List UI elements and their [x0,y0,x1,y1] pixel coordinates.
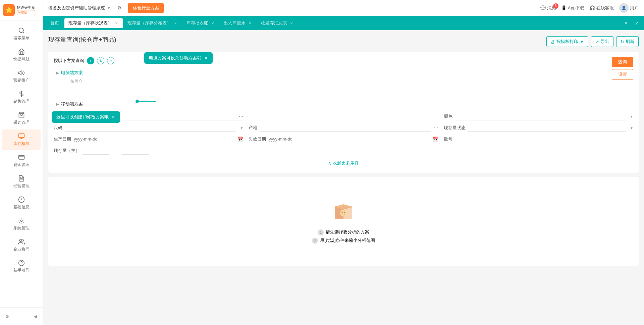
main-content: 装备及固定资产辅助管理系统 ▼ ⚙ 体验行业方案 💬 消息 6 📱 App下载 … [43,0,644,325]
expiry-date-input[interactable] [269,135,432,143]
nav-icon [18,48,25,55]
filter-row-origin: 产地 ··· [249,124,438,132]
sidebar-bottom: ⚙ ◀ [0,307,43,325]
system-chevron-icon: ▼ [107,6,111,10]
tooltip-desktop-close[interactable]: ✕ [204,55,208,61]
industry-solution-button[interactable]: 体验行业方案 [128,3,164,13]
size-input[interactable] [65,124,236,132]
color-input[interactable] [455,112,626,120]
tab-home[interactable]: 首页 [46,18,64,28]
svg-point-15 [19,239,22,242]
scheme-tree-desktop-sub[interactable]: 按照仓 [54,77,633,86]
tab-close-icon[interactable]: ✕ [210,21,215,25]
step-2-num: 2 [312,238,318,244]
topbar-system: 装备及固定资产辅助管理系统 ▼ [48,5,111,11]
tab-stock-status[interactable]: 现存量（库存状况表） ✕ [64,18,123,28]
goods-more-icon[interactable]: ··· [239,113,243,119]
message-icon: 💬 [540,5,546,10]
export-button[interactable]: ↗ 导出 [591,36,613,47]
refresh-button[interactable]: ↻ 刷新 [616,36,639,47]
sidebar-item-inventory[interactable]: 库存核算 [2,129,41,150]
tab-receive-summary[interactable]: 收发存汇总表 ✕ [257,18,298,28]
size-label: 尺码 [54,125,62,131]
filter-row-batch: 批号 [444,135,633,143]
tab-batch-ledger[interactable]: 库存批次账 ✕ [182,18,219,28]
settings-gear-button[interactable]: ⚙ [115,3,124,13]
sidebar-item-guide[interactable]: 新手引导 [2,256,41,277]
origin-input[interactable] [260,124,431,132]
system-icon [18,217,25,224]
sidebar-nav: 搜索菜单 快捷导航 营销推广 销售管理 采购管理 库存核算 资金 [0,20,43,307]
maximize-button[interactable]: ⤢ [632,18,641,28]
sidebar-item-marketing[interactable]: 营销推广 [2,66,41,87]
tooltip-desktop-text: 电脑方案可设为移动方案哦 [149,55,201,61]
origin-more-icon[interactable]: ··· [434,125,438,131]
sidebar-item-enterprise[interactable]: 企业协同 [2,235,41,256]
topbar-right: 💬 消息 6 📱 App下载 🎧 在线客服 👤 用户 [540,3,639,13]
svg-marker-1 [18,71,21,75]
tab-close-icon[interactable]: ✕ [173,21,178,25]
stock-main-from-input[interactable] [83,147,109,155]
sidebar-item-label: 营销推广 [13,77,30,83]
query-button[interactable]: 查询 [612,57,633,67]
filter-refresh-button[interactable]: ↻ [97,57,104,64]
sidebar-item-basic[interactable]: 基础信息 [2,193,41,213]
tooltip-desktop: 电脑方案可设为移动方案哦 ✕ [144,52,213,64]
template-print-button[interactable]: 🖨 按模板打印 ▼ [546,36,588,47]
tab-inout-flow[interactable]: 出入库流水 ✕ [220,18,256,28]
tab-label: 收发存汇总表 [261,20,287,26]
tree-arrow-icon: ▶ [56,102,59,106]
sidebar-item-label: 库存核算 [13,141,30,147]
filter-collapse-button[interactable]: « [107,57,114,64]
close-all-tabs-button[interactable]: ✕ [621,18,631,28]
filter-add-button[interactable]: + [87,57,94,64]
message-button[interactable]: 💬 消息 6 [540,5,556,11]
sidebar-item-quick-nav[interactable]: 快捷导航 [2,45,41,65]
batch-input[interactable] [455,135,633,143]
filter-row-color: 颜色 ▼ [444,112,633,120]
sidebar-item-operations[interactable]: 经营管理 [2,172,41,192]
online-service-label: 在线客服 [596,5,614,11]
sidebar-item-system[interactable]: 系统管理 [2,214,41,234]
collapse-conditions-button[interactable]: ∧ 收起更多条件 [324,159,363,167]
query-action-group: 查询 设置 [612,57,633,80]
collapse-label: 收起更多条件 [333,160,359,166]
tab-close-icon[interactable]: ✕ [289,21,294,25]
empty-state: 1 请先选择要分析的方案 2 用[过滤]条件来缩小分析范围 [48,177,639,266]
filter-label: 按以下方案查询 [54,58,84,64]
page-content: 现存量查询(按仓库+商品) 🖨 按模板打印 ▼ ↗ 导出 ↻ 刷新 [43,30,644,325]
tooltip-scheme-close[interactable]: ✕ [111,114,115,120]
online-service-button[interactable]: 🎧 在线客服 [590,5,614,11]
svg-rect-4 [18,134,24,138]
stock-status-input[interactable] [468,124,626,132]
tab-label: 现存量（库存状况表） [68,20,112,26]
sidebar-item-purchase[interactable]: 采购管理 [2,108,41,129]
color-label: 颜色 [444,113,452,119]
tab-close-icon[interactable]: ✕ [248,21,252,25]
app-logo: 🌟 畅通好生意 标准版 [0,0,43,20]
manufacture-date-input[interactable] [74,135,237,143]
settings-button[interactable]: ⚙ [2,311,13,322]
setup-button[interactable]: 设置 [612,69,633,80]
sidebar-item-finance[interactable]: 资金管理 [2,151,41,171]
scheme-tree-desktop[interactable]: ▶ 电脑端方案 [54,68,633,77]
origin-label: 产地 [249,125,257,131]
refresh-icon: ↻ [621,39,624,44]
sidebar-item-search[interactable]: 搜索菜单 [2,24,41,44]
expiry-calendar-icon[interactable]: 📅 [433,137,438,142]
sidebar-item-sales[interactable]: 销售管理 [2,87,41,108]
size-dropdown-icon: ▼ [240,126,243,130]
inventory-icon [18,133,25,140]
tab-stock-dist[interactable]: 现存量（库存分布表） ✕ [123,18,182,28]
collapse-sidebar-button[interactable]: ◀ [30,311,41,322]
search-icon [18,27,25,34]
message-badge: 6 [553,3,558,9]
tabbar: 首页 现存量（库存状况表） ✕ 现存量（库存分布表） ✕ 库存批次账 ✕ 出入库… [43,16,644,30]
stock-main-to-input[interactable] [122,147,149,155]
user-profile-button[interactable]: 👤 用户 [619,3,639,13]
manufacture-calendar-icon[interactable]: 📅 [237,137,243,142]
app-download-button[interactable]: 📱 App下载 [561,5,584,11]
sidebar-item-label: 销售管理 [13,99,30,104]
scheme-desktop-sub-label: 按照仓 [70,78,83,84]
tab-close-icon[interactable]: ✕ [114,21,119,25]
